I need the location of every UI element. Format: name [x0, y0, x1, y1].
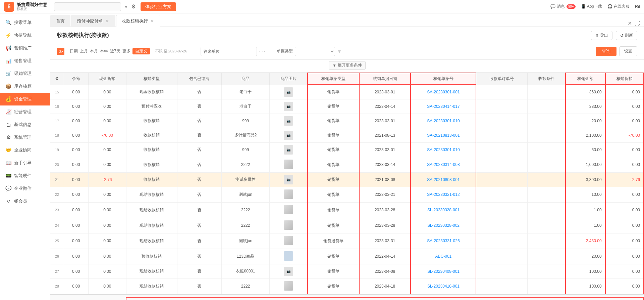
date-last-month[interactable]: 上月	[80, 48, 88, 54]
sidebar-item-member[interactable]: V 畅会员	[0, 195, 50, 208]
messages-link[interactable]: 💬 消息 99+	[550, 4, 576, 9]
cell-writeoff-no: SL-20230328-002	[411, 218, 476, 233]
tab-receipt-writeoff[interactable]: 收款核销执行 ✕	[116, 15, 160, 27]
cell-balance: 0.00	[64, 233, 89, 249]
cell-receipt-condition	[527, 218, 566, 233]
cell-writeoff-voucher-type: 销货单	[308, 249, 359, 264]
cell-writeoff-amount: 2,100.00	[566, 128, 605, 142]
query-button[interactable]: 查询	[596, 47, 616, 56]
cell-balance: 0.00	[64, 172, 89, 187]
sidebar-item-sales[interactable]: 📊 销售管理	[0, 54, 50, 67]
sidebar-item-wechat[interactable]: 💬 企业微信	[0, 182, 50, 195]
sidebar-item-finance[interactable]: 💰 资金管理	[0, 93, 50, 105]
sidebar-item-purchase[interactable]: 🛒 采购管理	[0, 67, 50, 80]
writeoff-no-link[interactable]: SA-20210808-001	[427, 177, 460, 182]
cell-row-id: 28	[50, 278, 64, 294]
writeoff-no-link[interactable]: SL-20230328-002	[427, 223, 460, 228]
cell-writeoff-no: SA-20230301-010	[411, 114, 476, 128]
app-download-link[interactable]: 📱 App下载	[581, 4, 602, 9]
cell-balance: 0.00	[64, 99, 89, 114]
cell-writeoff-date: 2021-08-08	[359, 172, 411, 187]
writeoff-no-link[interactable]: SA-20210813-001	[427, 133, 460, 138]
wechat-icon: 💬	[5, 185, 11, 191]
cell-writeoff-amount: 10.00	[566, 187, 605, 202]
cell-writeoff-voucher-type: 销货单	[308, 85, 359, 99]
counterpart-picker-icon[interactable]: ···	[259, 48, 266, 55]
writeoff-no-link[interactable]: SL-20230418-001	[427, 284, 460, 289]
writeoff-no-link[interactable]: SA-20230301-010	[427, 147, 460, 152]
sidebar-item-search[interactable]: 🔍 搜索菜单	[0, 16, 50, 29]
counterpart-input[interactable]	[201, 47, 257, 56]
cell-balance: 0.00	[64, 278, 89, 294]
sidebar-item-collab[interactable]: 🤝 企业协同	[0, 144, 50, 157]
shortcut-icon: ⚡	[5, 32, 11, 38]
sidebar-item-inventory[interactable]: 📦 库存核算	[0, 80, 50, 93]
industry-solution-button[interactable]: 体验行业方案	[141, 2, 176, 11]
voucher-type-select[interactable]	[295, 47, 335, 56]
date-this-month[interactable]: 本月	[90, 48, 98, 54]
tab-window-maximize-icon[interactable]: ⛶	[635, 20, 640, 27]
date-this-year[interactable]: 本年	[100, 48, 108, 54]
writeoff-no-link[interactable]: SL-20230328-001	[427, 208, 460, 212]
writeoff-no-link[interactable]: SA-20230301-001	[427, 90, 460, 94]
collab-icon: 🤝	[5, 147, 11, 153]
cell-receipt-order-no	[476, 128, 527, 142]
refresh-button[interactable]: ↺ 刷新	[616, 31, 637, 40]
table-row: 27 0.00 0.00 现结收款核销 否 衣服00001 📷 销货单 2023…	[50, 264, 644, 278]
voucher-type-dropdown-icon: ▼	[337, 49, 342, 54]
cell-writeoff-type: 预收款核销	[126, 249, 177, 264]
cell-receipt-order-no	[476, 278, 527, 294]
sidebar-item-guide[interactable]: 📖 新手引导	[0, 157, 50, 169]
settings-icon[interactable]: ⚙	[131, 3, 138, 10]
tab-home[interactable]: 首页	[50, 15, 70, 27]
cell-writeoff-no: SA-20230301-001	[411, 85, 476, 99]
product-image: 📷	[284, 267, 293, 276]
cell-writeoff-date: 2023-03-21	[359, 187, 411, 202]
writeoff-no-link[interactable]: SL-20230408-001	[427, 269, 460, 274]
tab2-close-icon[interactable]: ✕	[150, 19, 155, 24]
writeoff-no-link[interactable]: SA-20230414-017	[427, 104, 460, 109]
cell-include-settled: 否	[177, 142, 221, 157]
writeoff-no-link[interactable]: ABC-001	[435, 254, 452, 259]
cell-writeoff-discount: 0.00	[605, 187, 644, 202]
search-dropdown-icon[interactable]: ▼	[124, 4, 128, 9]
writeoff-no-link[interactable]: SA-20230331-026	[427, 239, 460, 243]
cell-writeoff-voucher-type: 销货单	[308, 114, 359, 128]
sidebar-item-sysconfig[interactable]: ⚙ 系统管理	[0, 131, 50, 144]
expand-conditions-bar: ▼ 展开更多条件	[50, 60, 644, 73]
main-layout: 🔍 搜索菜单 ⚡ 快捷导航 📢 营销推广 📊 销售管理 🛒 采购管理 📦 库存核…	[0, 13, 644, 300]
writeoff-no-link[interactable]: SA-20230301-010	[427, 119, 460, 123]
export-button[interactable]: ⬆ 导出	[591, 31, 612, 40]
writeoff-no-link[interactable]: SA-20230321-012	[427, 192, 460, 197]
product-image	[284, 281, 293, 291]
col-settings-icon[interactable]: ⚙	[55, 76, 59, 81]
cell-include-settled: 否	[177, 233, 221, 249]
cell-balance: 0.00	[64, 218, 89, 233]
product-image: 📷	[284, 102, 293, 111]
cell-receipt-order-no	[476, 249, 527, 264]
filter-settings-button[interactable]: 设置	[619, 46, 637, 56]
expand-conditions-button[interactable]: ▼ 展开更多条件	[329, 61, 366, 70]
date-custom-button[interactable]: 自定义	[132, 48, 150, 54]
online-service-link[interactable]: 🎧 在线客服	[607, 4, 630, 9]
writeoff-no-link[interactable]: SA-20230314-008	[427, 162, 460, 167]
sidebar-item-basicinfo[interactable]: 🗂 基础信息	[0, 118, 50, 131]
sidebar-item-shortcut[interactable]: ⚡ 快捷导航	[0, 29, 50, 42]
tab1-close-icon[interactable]: ✕	[105, 19, 110, 24]
cell-row-id: 26	[50, 249, 64, 264]
table-body: 15 0.00 0.00 现金收款核销 否 老白干 📷 销货单 2023-03-…	[50, 85, 644, 294]
sidebar-item-hardware[interactable]: 📟 智能硬件	[0, 169, 50, 182]
tab-window-close-icon[interactable]: ✕	[628, 20, 632, 27]
cell-writeoff-no: SA-20210808-001	[411, 172, 476, 187]
date-7days[interactable]: 近7天	[110, 48, 120, 54]
tab-advance-offset[interactable]: 预付冲应付单 ✕	[71, 15, 115, 27]
sidebar-item-marketing[interactable]: 📢 营销推广	[0, 42, 50, 54]
top-search-input[interactable]	[54, 2, 121, 11]
date-more[interactable]: 更多	[122, 48, 130, 54]
filter-toggle-button[interactable]: ≫	[57, 48, 64, 55]
cell-cash-discount: -2.76	[89, 172, 126, 187]
sidebar-item-operations[interactable]: 📈 经营管理	[0, 105, 50, 118]
cell-cash-discount: 0.00	[89, 218, 126, 233]
user-name: Rit	[635, 4, 640, 9]
cell-receipt-condition	[527, 249, 566, 264]
